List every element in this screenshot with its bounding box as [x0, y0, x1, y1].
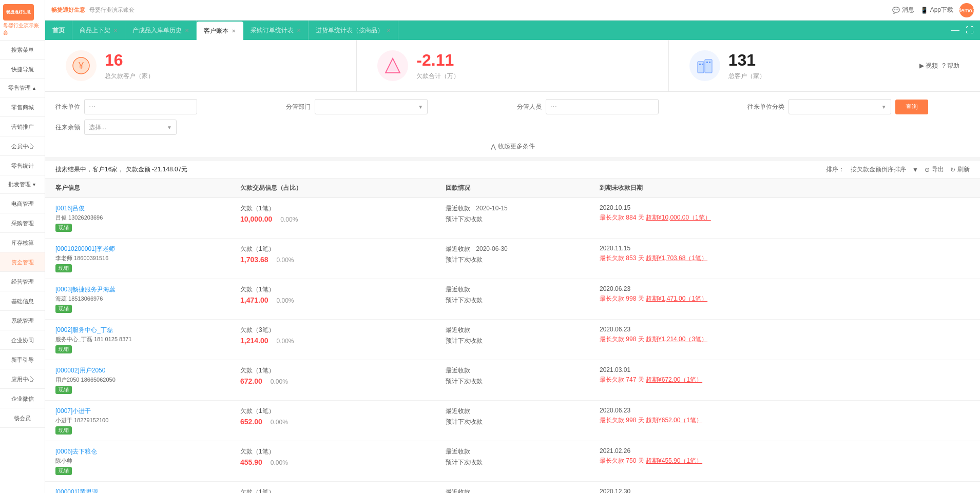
- source-unit-input[interactable]: ···: [84, 99, 197, 114]
- debt-amount-6[interactable]: 455.90: [240, 458, 262, 466]
- sidebar-item-ecommerce-label: 电商管理: [2, 200, 43, 208]
- help-btn[interactable]: ? 帮助: [942, 62, 959, 70]
- refresh-label: 刷新: [957, 165, 970, 174]
- video-icon: ▶: [919, 62, 924, 69]
- customer-name-0[interactable]: [0016]吕俊: [55, 204, 240, 213]
- overdue-link-4[interactable]: 超期¥672.00（1笔）: [646, 376, 702, 383]
- overdue-link-1[interactable]: 超期¥1,703.68（1笔）: [646, 254, 707, 262]
- customer-tag-4: 现销: [55, 386, 72, 394]
- debt-count-3: 欠款（3笔）: [240, 326, 446, 334]
- search-menu-label[interactable]: 搜索菜单: [3, 44, 42, 56]
- sidebar-item-ecommerce[interactable]: 电商管理: [0, 194, 45, 213]
- source-category-arrow: ▼: [881, 104, 887, 110]
- sidebar-item-batch-mgmt[interactable]: 批发管理 ▼: [0, 175, 45, 194]
- source-category-select[interactable]: ▼: [789, 99, 891, 114]
- debt-ratio-0: 0.00%: [280, 216, 298, 223]
- customer-name-3[interactable]: [0002]服务中心_丁磊: [55, 326, 240, 334]
- sidebar: 畅捷通好生意 母婴行业演示账套 搜索菜单 快捷导航 零售管理 ▲ 零售商城 营销…: [0, 0, 45, 493]
- sort-value[interactable]: 按欠款金额倒序排序: [851, 165, 906, 174]
- sidebar-item-marketing[interactable]: 营销推广: [0, 117, 45, 136]
- payment-status-1: 最近收款 2020-06-30 预计下次收款: [446, 245, 600, 264]
- tab-customer-account[interactable]: 客户账本 ✕: [197, 22, 243, 40]
- sidebar-item-finance[interactable]: 资金管理: [0, 252, 45, 272]
- search-menu[interactable]: 搜索菜单: [0, 41, 45, 60]
- tab-customer-account-close[interactable]: ✕: [232, 28, 236, 34]
- results-bar: 搜索结果中，客户16家， 欠款金额 -21,148.07元 排序： 按欠款金额倒…: [45, 161, 980, 179]
- debt-ratio-4: 0.00%: [271, 378, 288, 385]
- debt-amount-3[interactable]: 1,214.00: [240, 337, 268, 345]
- customer-name-7[interactable]: [000001]黄思源: [55, 488, 240, 493]
- customer-phone-0: 吕俊 13026203696: [55, 214, 240, 222]
- customer-name-6[interactable]: [0006]去下粮仓: [55, 447, 240, 456]
- stat-debt-customers-values: 16 总欠款客户（家）: [105, 51, 154, 81]
- customer-name-4[interactable]: [000002]用户2050: [55, 366, 240, 375]
- debt-amount-0[interactable]: 10,000.00: [240, 215, 272, 223]
- sidebar-item-retail-stats[interactable]: 零售统计: [0, 156, 45, 175]
- tab-production-history-close[interactable]: ✕: [185, 28, 189, 33]
- tab-minimize-btn[interactable]: —: [949, 25, 962, 36]
- debt-amount-4[interactable]: 672.00: [240, 377, 262, 385]
- tab-production-history[interactable]: 产成品入库单历史 ✕: [125, 21, 197, 40]
- customer-name-5[interactable]: [0007]小进干: [55, 407, 240, 416]
- customer-info-6: [0006]去下粮仓 陈小帅 现销: [55, 447, 240, 475]
- sidebar-item-member-vip[interactable]: 畅会员: [0, 408, 45, 428]
- avatar[interactable]: demo2: [959, 3, 974, 17]
- filter-source-unit: 往来单位 ···: [55, 99, 278, 114]
- app-download-btn[interactable]: 📱 App下载: [920, 6, 953, 14]
- tab-product-off[interactable]: 商品上下架 ✕: [72, 21, 125, 40]
- debt-amount-1[interactable]: 1,703.68: [240, 255, 268, 264]
- sidebar-item-inventory[interactable]: 库存核算: [0, 233, 45, 252]
- tab-purchase-order[interactable]: 采购订单统计表 ✕: [243, 21, 309, 40]
- tab-purchase-order-close[interactable]: ✕: [297, 28, 301, 33]
- sidebar-item-new-guide[interactable]: 新手引导: [0, 350, 45, 369]
- payment-status-5: 最近收款 预计下次收款: [446, 407, 600, 426]
- sidebar-item-ops[interactable]: 经营管理: [0, 272, 45, 291]
- due-date-0: 2020.10.15 最长欠款 884 天 超期¥10,000.00（1笔）: [600, 204, 970, 222]
- sidebar-item-member[interactable]: 会员中心: [0, 136, 45, 156]
- refresh-btn[interactable]: ↻ 刷新: [950, 165, 970, 174]
- customer-name-2[interactable]: [0003]畅捷服务尹海蕊: [55, 285, 240, 294]
- sidebar-item-retail-store[interactable]: 零售商城: [0, 97, 45, 117]
- due-date-val-6: 2021.02.26: [600, 447, 970, 455]
- manager-input[interactable]: ···: [546, 99, 659, 114]
- collapse-label: 收起更多条件: [498, 142, 535, 151]
- sidebar-item-retail-mgmt[interactable]: 零售管理 ▲: [0, 79, 45, 97]
- logo-text: 畅捷通好生意: [6, 10, 31, 15]
- overdue-link-2[interactable]: 超期¥1,471.00（1笔）: [646, 295, 707, 302]
- customer-name-1[interactable]: [00010200001]李老师: [55, 245, 240, 253]
- overdue-link-0[interactable]: 超期¥10,000.00（1笔）: [646, 214, 711, 221]
- top-bar-left: 畅捷通好生意 母婴行业演示账套: [51, 6, 134, 14]
- due-date-3: 2020.06.23 最长欠款 998 天 超期¥1,214.00（3笔）: [600, 326, 970, 344]
- filter-row-1: 往来单位 ··· 分管部门 ▼ 分管人员: [55, 99, 970, 114]
- tab-maximize-btn[interactable]: ⛶: [964, 25, 976, 36]
- overdue-link-6[interactable]: 超期¥455.90（1笔）: [646, 457, 702, 464]
- message-btn[interactable]: 💬 消息: [892, 6, 914, 14]
- next-payment-1: 预计下次收款: [446, 255, 600, 264]
- sidebar-item-enterprise[interactable]: 企业协同: [0, 330, 45, 350]
- export-btn[interactable]: ⊙ 导出: [925, 165, 944, 174]
- tab-product-off-close[interactable]: ✕: [113, 28, 118, 33]
- video-btn[interactable]: ▶ 视频: [919, 62, 938, 70]
- sidebar-item-enterprise-wechat[interactable]: 企业微信: [0, 389, 45, 408]
- query-button[interactable]: 查询: [895, 100, 928, 114]
- quick-nav-label: 快捷导航: [2, 66, 43, 73]
- debt-amount-2[interactable]: 1,471.00: [240, 296, 268, 304]
- sidebar-item-system[interactable]: 系统管理: [0, 311, 45, 330]
- tab-inventory-stats-close[interactable]: ✕: [387, 28, 391, 33]
- debt-info-7: 欠款（1笔） 429.00 0.00%: [240, 488, 446, 493]
- tab-inventory-stats[interactable]: 进货单统计表（按商品） ✕: [309, 21, 398, 40]
- balance-select[interactable]: 选择... ▼: [84, 120, 177, 135]
- tab-home[interactable]: 首页: [45, 21, 72, 40]
- dept-select[interactable]: ▼: [315, 99, 428, 114]
- sidebar-item-purchase[interactable]: 采购管理: [0, 213, 45, 233]
- customer-phone-5: 小进干 18279152100: [55, 417, 240, 424]
- collapse-filter-btn[interactable]: ⋀ 收起更多条件: [55, 140, 970, 153]
- overdue-link-5[interactable]: 超期¥652.00（1笔）: [646, 417, 702, 424]
- debt-count-6: 欠款（1笔）: [240, 447, 446, 456]
- app-name: 畅捷通好生意: [51, 6, 85, 14]
- overdue-link-3[interactable]: 超期¥1,214.00（3笔）: [646, 336, 707, 343]
- debt-amount-5[interactable]: 652.00: [240, 418, 262, 426]
- sidebar-item-app-center[interactable]: 应用中心: [0, 369, 45, 389]
- quick-nav[interactable]: 快捷导航: [0, 60, 45, 79]
- sidebar-item-basic-info[interactable]: 基础信息: [0, 291, 45, 311]
